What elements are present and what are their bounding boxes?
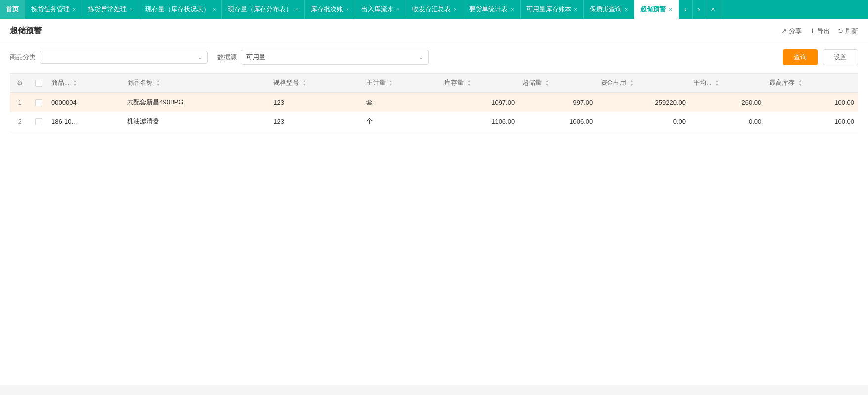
row-max-stock: 100.00 bbox=[765, 93, 858, 112]
select-all-checkbox[interactable] bbox=[35, 80, 42, 87]
sort-icon: ▲▼ bbox=[715, 79, 719, 87]
row-unit: 个 bbox=[362, 112, 440, 131]
nav-home[interactable]: 首页 bbox=[0, 0, 25, 19]
close-icon[interactable]: × bbox=[73, 6, 76, 12]
close-icon[interactable]: × bbox=[574, 6, 577, 12]
category-filter-group: 商品分类 ⌄ bbox=[10, 51, 208, 64]
col-stock-header[interactable]: 库存量 ▲▼ bbox=[440, 74, 519, 93]
nav-item-7[interactable]: 收发存汇总表 × bbox=[406, 0, 463, 19]
col-avg-header[interactable]: 平均... ▲▼ bbox=[690, 74, 765, 93]
row-avg: 0.00 bbox=[690, 112, 765, 131]
row-index: 1 bbox=[10, 93, 30, 112]
query-button[interactable]: 查询 bbox=[783, 49, 818, 65]
nav-item-11[interactable]: 超储预警 × bbox=[634, 0, 678, 19]
col-product-code-header[interactable]: 商品... ▲▼ bbox=[47, 74, 123, 93]
sort-icon: ▲▼ bbox=[545, 79, 549, 87]
row-product-name: 机油滤清器 bbox=[123, 112, 269, 131]
nav-next-arrow[interactable]: › bbox=[693, 0, 706, 19]
row-over-stock: 997.00 bbox=[519, 93, 597, 112]
settings-button[interactable]: 设置 bbox=[823, 49, 858, 65]
category-label: 商品分类 bbox=[10, 53, 36, 62]
close-icon[interactable]: × bbox=[511, 6, 514, 12]
export-icon: ⤓ bbox=[810, 27, 815, 35]
row-product-code: 186-10... bbox=[47, 112, 123, 131]
table-header-row: ⚙ 商品... ▲▼ 商品名称 ▲▼ 规格型号 ▲▼ bbox=[10, 74, 858, 93]
col-max-stock-header[interactable]: 最高库存 ▲▼ bbox=[765, 74, 858, 93]
page-title: 超储预警 bbox=[10, 26, 42, 36]
col-product-name-header[interactable]: 商品名称 ▲▼ bbox=[123, 74, 269, 93]
category-select[interactable]: ⌄ bbox=[40, 51, 208, 64]
sort-icon: ▲▼ bbox=[389, 79, 393, 87]
nav-item-4[interactable]: 现存量（库存分布表） × bbox=[222, 0, 304, 19]
row-unit: 套 bbox=[362, 93, 440, 112]
row-spec: 123 bbox=[269, 112, 362, 131]
close-icon[interactable]: × bbox=[213, 6, 216, 12]
table-body: 1 0000004 六配套新昌490BPG 123 套 1097.00 997.… bbox=[10, 93, 858, 131]
nav-item-10[interactable]: 保质期查询 × bbox=[584, 0, 634, 19]
page-header: 超储预警 ↗ 分享 ⤓ 导出 ↻ 刷新 bbox=[0, 19, 868, 41]
row-checkbox[interactable] bbox=[35, 99, 42, 106]
col-over-stock-header[interactable]: 超储量 ▲▼ bbox=[519, 74, 597, 93]
filter-bar: 商品分类 ⌄ 数据源 可用量 ⌄ 查询 设置 bbox=[0, 41, 868, 73]
close-icon[interactable]: × bbox=[625, 6, 628, 12]
datasource-filter-group: 数据源 可用量 ⌄ bbox=[217, 50, 429, 65]
nav-item-1[interactable]: 拣货任务管理 × bbox=[25, 0, 82, 19]
sort-icon: ▲▼ bbox=[156, 79, 160, 87]
chevron-down-icon: ⌄ bbox=[418, 54, 423, 61]
nav-item-2[interactable]: 拣货异常处理 × bbox=[82, 0, 139, 19]
datasource-label: 数据源 bbox=[217, 53, 237, 62]
gear-icon[interactable]: ⚙ bbox=[17, 79, 23, 87]
close-icon[interactable]: × bbox=[346, 6, 349, 12]
table-row: 2 186-10... 机油滤清器 123 个 1106.00 1006.00 … bbox=[10, 112, 858, 131]
nav-item-5[interactable]: 库存批次账 × bbox=[305, 0, 355, 19]
filter-buttons: 查询 设置 bbox=[783, 49, 858, 65]
datasource-select[interactable]: 可用量 ⌄ bbox=[241, 50, 429, 65]
row-checkbox[interactable] bbox=[35, 118, 42, 125]
col-capital-header[interactable]: 资金占用 ▲▼ bbox=[597, 74, 690, 93]
export-button[interactable]: ⤓ 导出 bbox=[810, 27, 830, 36]
refresh-button[interactable]: ↻ 刷新 bbox=[838, 27, 858, 36]
col-checkbox-header bbox=[30, 74, 47, 93]
close-icon[interactable]: × bbox=[454, 6, 457, 12]
row-capital: 259220.00 bbox=[597, 93, 690, 112]
nav-bar: 首页 拣货任务管理 × 拣货异常处理 × 现存量（库存状况表） × 现存量（库存… bbox=[0, 0, 868, 19]
row-over-stock: 1006.00 bbox=[519, 112, 597, 131]
close-icon[interactable]: × bbox=[669, 6, 672, 12]
row-max-stock: 100.00 bbox=[765, 112, 858, 131]
row-capital: 0.00 bbox=[597, 112, 690, 131]
nav-item-6[interactable]: 出入库流水 × bbox=[355, 0, 406, 19]
nav-item-3[interactable]: 现存量（库存状况表） × bbox=[139, 0, 222, 19]
close-icon[interactable]: × bbox=[130, 6, 132, 12]
table-container: ⚙ 商品... ▲▼ 商品名称 ▲▼ 规格型号 ▲▼ bbox=[0, 73, 868, 131]
row-avg: 260.00 bbox=[690, 93, 765, 112]
datasource-select-value: 可用量 bbox=[246, 53, 265, 62]
close-icon[interactable]: × bbox=[295, 6, 298, 12]
share-button[interactable]: ↗ 分享 bbox=[781, 27, 802, 36]
col-settings-header: ⚙ bbox=[10, 74, 30, 93]
nav-close-arrow[interactable]: × bbox=[706, 0, 720, 19]
sort-icon: ▲▼ bbox=[467, 79, 471, 87]
sort-icon: ▲▼ bbox=[798, 79, 802, 87]
row-product-code: 0000004 bbox=[47, 93, 123, 112]
close-icon[interactable]: × bbox=[396, 6, 399, 12]
col-unit-header[interactable]: 主计量 ▲▼ bbox=[362, 74, 440, 93]
nav-item-9[interactable]: 可用量库存账本 × bbox=[521, 0, 584, 19]
sort-icon: ▲▼ bbox=[303, 79, 306, 87]
row-checkbox-cell bbox=[30, 93, 47, 112]
row-stock: 1106.00 bbox=[440, 112, 519, 131]
row-spec: 123 bbox=[269, 93, 362, 112]
nav-prev-arrow[interactable]: ‹ bbox=[679, 0, 693, 19]
col-spec-header[interactable]: 规格型号 ▲▼ bbox=[269, 74, 362, 93]
row-checkbox-cell bbox=[30, 112, 47, 131]
chevron-down-icon: ⌄ bbox=[197, 54, 202, 61]
data-table: ⚙ 商品... ▲▼ 商品名称 ▲▼ 规格型号 ▲▼ bbox=[10, 73, 858, 131]
share-icon: ↗ bbox=[781, 27, 787, 35]
row-product-name: 六配套新昌490BPG bbox=[123, 93, 269, 112]
nav-item-8[interactable]: 要货单统计表 × bbox=[463, 0, 520, 19]
header-actions: ↗ 分享 ⤓ 导出 ↻ 刷新 bbox=[781, 27, 858, 36]
sort-icon: ▲▼ bbox=[73, 79, 77, 87]
table-row: 1 0000004 六配套新昌490BPG 123 套 1097.00 997.… bbox=[10, 93, 858, 112]
page-content: 超储预警 ↗ 分享 ⤓ 导出 ↻ 刷新 商品分类 ⌄ 数据源 bbox=[0, 19, 868, 385]
refresh-icon: ↻ bbox=[838, 27, 843, 35]
row-index: 2 bbox=[10, 112, 30, 131]
